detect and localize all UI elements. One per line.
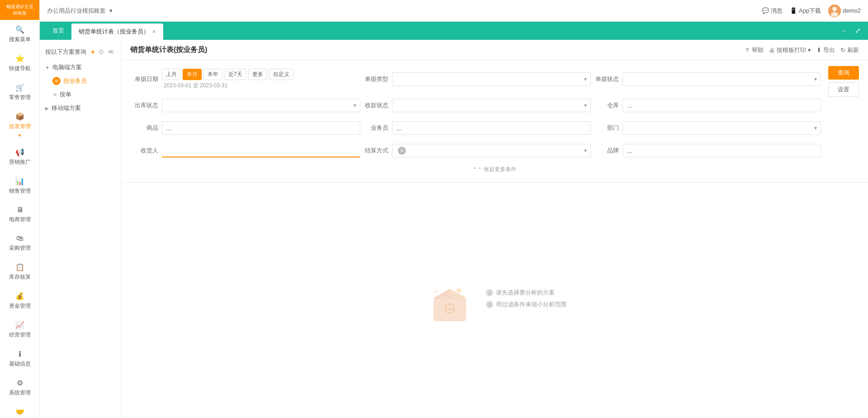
date-btn-this-month[interactable]: 本月 [183, 69, 202, 80]
settlement-clear-button[interactable]: ✕ [398, 147, 406, 155]
salesperson-select[interactable]: … [392, 121, 590, 135]
sidebar-item-system[interactable]: ⚙ 系统管理 [0, 373, 39, 402]
tab-report[interactable]: 销货单统计表（按业务员） ✕ [71, 24, 163, 40]
tip-1-text: 请先选择要分析的方案 [496, 289, 555, 297]
avatar-image [828, 5, 841, 17]
sidebar-item-ecommerce[interactable]: 🖥 电商管理 [0, 200, 39, 229]
tab-maximize-button[interactable]: ⤢ [853, 24, 863, 38]
svg-point-2 [831, 12, 838, 17]
tab-home-label: 首页 [52, 27, 64, 35]
tab-close-icon[interactable]: ✕ [152, 29, 156, 35]
print-icon: 🖨 [769, 47, 775, 53]
collapse-up-icon: ⌃⌃ [473, 166, 482, 173]
receiver-input[interactable]: … [162, 144, 360, 157]
template-print-label: 按模板打印 [777, 46, 806, 54]
warehouse-select[interactable]: … [623, 99, 821, 112]
date-btn-7days[interactable]: 近7天 [224, 69, 246, 80]
sidebar-item-wholesale[interactable]: 📦 批发管理 ▲ [0, 107, 39, 142]
help-button[interactable]: ？ 帮助 [744, 46, 764, 54]
sidebar-item-finance[interactable]: 💰 资金管理 [0, 286, 39, 315]
brand-select[interactable]: … [623, 144, 821, 157]
dept-label: 部门 [591, 124, 623, 132]
date-btn-this-year[interactable]: 本年 [203, 69, 222, 80]
order-icon: ≡ [53, 91, 57, 98]
filter-area: 单据日期 上月 本月 本年 近7天 更多 自定义 2023-03-01 至 20… [121, 61, 868, 183]
message-label: 消息 [771, 7, 783, 15]
user-area[interactable]: demo2 [828, 5, 861, 17]
sidebar-item-inventory[interactable]: 📋 库存核算 [0, 257, 39, 286]
tree-item-pc[interactable]: ▼ 电脑端方案 [40, 61, 121, 74]
add-scheme-button[interactable]: + [90, 47, 96, 57]
sidebar-item-marketing[interactable]: 📢 营销推广 [0, 142, 39, 171]
page-actions: ？ 帮助 🖨 按模板打印 ▾ ⬇ 导出 ↻ 刷新 [744, 46, 859, 54]
receiver-label: 收货人 [130, 147, 162, 155]
main-area: 办公用品行业模拟账套 ▾ 💬 消息 📱 App下载 [40, 0, 868, 418]
logo[interactable]: 畅捷通好生意 标账版 [0, 0, 39, 20]
settings-scheme-button[interactable]: ⊙ [98, 47, 105, 57]
empty-tips: 1 请先选择要分析的方案 2 用过滤条件来缩小分析范围 [486, 289, 566, 312]
warehouse-label: 仓库 [591, 101, 623, 109]
search-icon: 🔍 [15, 25, 24, 34]
enterprise-icon: 🤝 [15, 408, 24, 416]
doc-status-select[interactable]: ▾ [623, 72, 821, 86]
sidebar-item-quick[interactable]: ⭐ 快捷导航 [0, 49, 39, 78]
collapse-panel-button[interactable]: ≪ [107, 47, 115, 57]
export-button[interactable]: ⬇ 导出 [816, 46, 835, 54]
goods-label: 商品 [130, 124, 162, 132]
sidebar-item-label: 系统管理 [9, 389, 31, 397]
query-button[interactable]: 查询 [828, 66, 859, 80]
sidebar-item-sales[interactable]: 📊 销售管理 [0, 171, 39, 200]
tab-home[interactable]: 首页 [45, 22, 71, 40]
tabbar-right: － ⤢ [839, 24, 863, 38]
collapse-button[interactable]: ⌃⌃ 收起更多条件 [473, 166, 516, 173]
settlement-select[interactable]: ✕ ▾ [392, 144, 590, 157]
doc-type-filter-cell: 单据类型 ▾ [360, 66, 590, 92]
collapse-label: 收起更多条件 [484, 166, 516, 173]
purchase-icon: 🛍 [16, 234, 24, 242]
tree-item-order[interactable]: ≡ 按单 [40, 88, 121, 101]
dept-select[interactable]: ▾ [623, 121, 821, 135]
tabbar: 首页 销货单统计表（按业务员） ✕ － ⤢ [40, 22, 868, 40]
reset-button[interactable]: 设置 [828, 82, 859, 97]
sidebar-item-basic[interactable]: ℹ 基础信息 [0, 344, 39, 373]
sidebar-item-label: 资金管理 [9, 302, 31, 310]
star-icon: ⭐ [15, 54, 24, 63]
export-label: 导出 [823, 46, 835, 54]
refresh-button[interactable]: ↻ 刷新 [840, 46, 859, 54]
date-btn-custom[interactable]: 自定义 [269, 69, 293, 80]
tab-minimize-button[interactable]: － [839, 24, 849, 38]
sidebar-nav: 🔍 搜索菜单 ⭐ 快捷导航 🛒 零售管理 📦 批发管理 ▲ 📢 营销推广 📊 销… [0, 20, 39, 418]
app-download-button[interactable]: 📱 App下载 [790, 7, 821, 15]
print-dropdown-icon: ▾ [808, 47, 811, 53]
sidebar-item-search[interactable]: 🔍 搜索菜单 [0, 20, 39, 49]
shipment-filter-cell: 出库状态 ▾ [130, 96, 360, 115]
tree-item-mobile[interactable]: ▶ 移动端方案 [40, 101, 121, 115]
sidebar-item-retail[interactable]: 🛒 零售管理 [0, 78, 39, 107]
template-print-button[interactable]: 🖨 按模板打印 ▾ [769, 46, 811, 54]
avatar [828, 5, 841, 17]
date-btn-last-month[interactable]: 上月 [162, 69, 181, 80]
receiver-value: … [164, 147, 170, 154]
workspace-dropdown[interactable]: ▾ [109, 7, 113, 14]
shipment-select[interactable]: ▾ [162, 99, 360, 112]
wholesale-icon: 📦 [15, 112, 24, 121]
doc-type-select[interactable]: ▾ [392, 72, 590, 86]
dept-chevron: ▾ [814, 125, 817, 131]
tip-num-2: 2 [486, 301, 493, 308]
salesperson-value: … [396, 125, 402, 132]
payment-select[interactable]: ▾ [392, 99, 590, 112]
sidebar: 畅捷通好生意 标账版 🔍 搜索菜单 ⭐ 快捷导航 🛒 零售管理 📦 批发管理 ▲… [0, 0, 40, 418]
content: 按以下方案查询 + ⊙ ≪ ▼ 电脑端方案 按 按业务员 ≡ 按单 [40, 40, 868, 418]
sidebar-item-purchase[interactable]: 🛍 采购管理 [0, 229, 39, 257]
tree-item-order-label: 按单 [60, 90, 71, 99]
goods-select[interactable]: … [162, 121, 360, 135]
sidebar-item-operations[interactable]: 📈 经营管理 [0, 315, 39, 344]
tree-item-salesperson[interactable]: 按 按业务员 [40, 74, 121, 88]
date-btn-more[interactable]: 更多 [248, 69, 267, 80]
message-button[interactable]: 💬 消息 [762, 7, 783, 15]
sidebar-item-enterprise[interactable]: 🤝 企业协同 [0, 402, 39, 418]
tree-item-pc-label: 电脑端方案 [52, 63, 82, 71]
empty-content: 1 请先选择要分析的方案 2 用过滤条件来缩小分析范围 [423, 273, 566, 328]
marketing-icon: 📢 [15, 148, 24, 157]
panel-header-label: 按以下方案查询 [45, 48, 86, 56]
